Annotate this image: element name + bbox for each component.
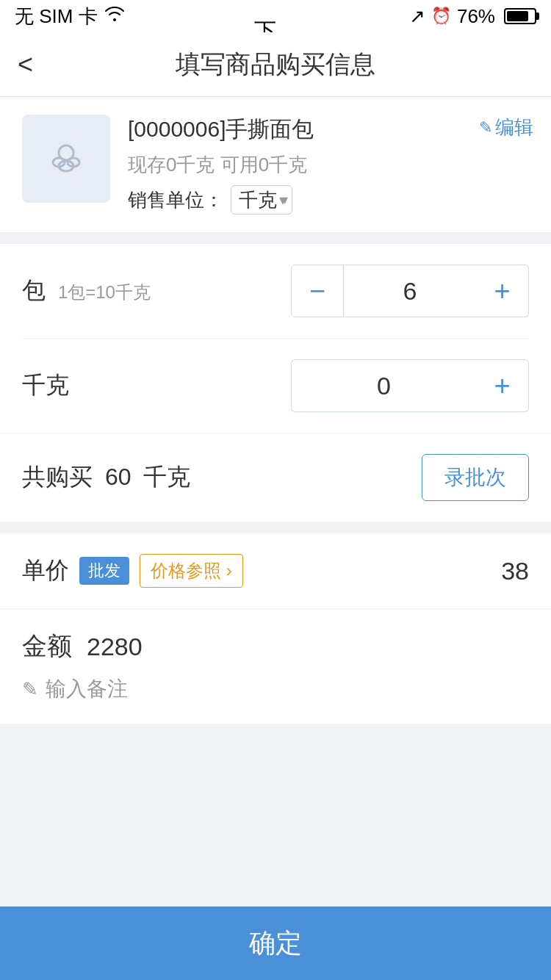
price-left: 单价 批发 价格参照 ›	[22, 554, 243, 588]
price-tag: 批发	[79, 557, 129, 585]
back-button[interactable]: <	[18, 49, 33, 80]
amount-section: 金额 2280 ✎ 输入备注	[0, 609, 551, 724]
quantity-control-kg: +	[291, 359, 529, 412]
batch-button[interactable]: 录批次	[422, 454, 529, 501]
carrier-text: 无 SIM 卡	[15, 4, 98, 29]
product-image	[22, 115, 110, 203]
price-label: 单价	[22, 555, 69, 587]
remark-row[interactable]: ✎ 输入备注	[22, 675, 529, 703]
quantity-section: 包 1包=10千克 − + 千克 +	[0, 244, 551, 433]
alarm-icon: ⏰	[431, 7, 451, 26]
section-divider-2	[0, 522, 551, 527]
price-ref-button[interactable]: 价格参照 ›	[140, 554, 243, 588]
hint-bao: 1包=10千克	[58, 282, 151, 302]
status-right: ↗ ⏰ 76%	[409, 5, 536, 28]
increment-kg-button[interactable]: +	[476, 359, 529, 412]
amount-value: 2280	[87, 633, 143, 661]
total-unit: 千克	[143, 464, 190, 490]
price-section: 单价 批发 价格参照 › 38	[0, 533, 551, 609]
product-card: [0000006]手撕面包 现存0千克 可用0千克 销售单位： 千克 ▾ ✎ 编…	[0, 97, 551, 238]
edit-button[interactable]: ✎ 编辑	[479, 115, 533, 140]
unit-select[interactable]: 千克	[231, 185, 292, 215]
remark-icon: ✎	[22, 678, 38, 701]
quantity-label-kg: 千克	[22, 370, 69, 402]
decrement-bao-button[interactable]: −	[291, 264, 344, 317]
battery-icon	[504, 8, 536, 24]
label-kg: 千克	[22, 372, 69, 398]
wifi-icon	[104, 5, 126, 28]
confirm-button[interactable]: 确定	[0, 907, 551, 980]
amount-header: 金额 2280	[22, 630, 529, 663]
page-title: 填写商品购买信息	[176, 48, 375, 82]
status-carrier: 无 SIM 卡	[15, 4, 126, 29]
nav-bar: < 填写商品购买信息	[0, 32, 551, 97]
product-name: [0000006]手撕面包	[128, 115, 529, 145]
product-info: [0000006]手撕面包 现存0千克 可用0千克 销售单位： 千克 ▾	[128, 115, 529, 215]
quantity-row-kg: 千克 +	[22, 339, 529, 433]
edit-icon: ✎	[479, 118, 492, 137]
edit-label: 编辑	[495, 115, 533, 140]
quantity-input-bao[interactable]	[344, 264, 476, 317]
location-icon: ↗	[409, 5, 425, 28]
total-value: 60	[105, 464, 132, 490]
label-bao: 包	[22, 277, 46, 303]
product-unit-row: 销售单位： 千克 ▾	[128, 185, 529, 215]
amount-label: 金额	[22, 630, 72, 663]
confirm-label: 确定	[249, 926, 302, 962]
status-bar: 无 SIM 卡 下午2:56 ↗ ⏰ 76%	[0, 0, 551, 32]
quantity-row-bao: 包 1包=10千克 − +	[22, 244, 529, 339]
amount-content: 金额 2280 ✎ 输入备注	[0, 609, 551, 724]
quantity-control-bao: − +	[291, 264, 529, 317]
total-label: 共购买	[22, 464, 93, 490]
total-label-area: 共购买 60 千克	[22, 461, 190, 494]
increment-bao-button[interactable]: +	[476, 264, 529, 317]
quantity-input-kg[interactable]	[291, 359, 476, 412]
quantity-label-bao: 包 1包=10千克	[22, 275, 151, 307]
total-row: 共购买 60 千克 录批次	[0, 433, 551, 522]
remark-placeholder: 输入备注	[46, 675, 128, 703]
product-stock: 现存0千克 可用0千克	[128, 152, 529, 178]
battery-percent: 76%	[457, 5, 495, 28]
section-divider-1	[0, 238, 551, 244]
price-value: 38	[501, 557, 529, 586]
unit-label: 销售单位：	[128, 187, 223, 213]
unit-select-wrap[interactable]: 千克 ▾	[231, 185, 292, 215]
